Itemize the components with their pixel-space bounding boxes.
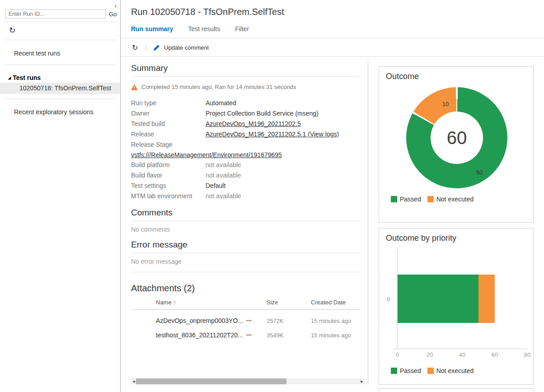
divider [121, 56, 544, 57]
outcome-donut-chart: 60 10 50 [406, 87, 507, 188]
divider [5, 40, 117, 40]
field-build-flavor: Build flavor not available [131, 170, 360, 181]
field-label: Run type [131, 98, 206, 108]
attachment-name[interactable]: AzDevOps_onpremp0003YO... [156, 317, 246, 324]
stacked-bar [398, 275, 527, 323]
legend-item-not-executed: Not executed [427, 196, 474, 203]
comments-heading: Comments [131, 208, 360, 221]
field-value: not available [206, 170, 241, 181]
x-tick: 80 [524, 351, 530, 358]
go-button[interactable]: Go [109, 11, 117, 18]
warning-icon [131, 84, 138, 90]
legend-label: Passed [400, 367, 421, 374]
tab-run-summary[interactable]: Run summary [131, 25, 173, 33]
tree-header-label: Test runs [13, 74, 41, 81]
main-area: Run 102050718 - TfsOnPrem.SelfTest Run s… [121, 0, 544, 392]
release-link[interactable]: AzureDevOps_M196_20211202.5.1 (View logs… [206, 129, 339, 140]
toolbar-separator: | [145, 44, 147, 51]
run-status: Completed 15 minutes ago, Ran for 14 min… [131, 84, 360, 90]
release-stage-link[interactable]: vstfs:///ReleaseManagement/Environment/1… [131, 151, 282, 159]
more-options-icon[interactable]: ••• [246, 333, 267, 337]
legend-label: Passed [400, 196, 421, 203]
field-mtm-lab-environment: MTM lab environment not available [131, 191, 360, 201]
x-tick: 20 [427, 351, 433, 358]
field-owner: Owner Project Collection Build Service (… [131, 108, 360, 119]
field-value: Automated [206, 98, 236, 108]
scrollbar-thumb[interactable] [136, 378, 286, 384]
field-build-platform: Build platform not available [131, 160, 360, 170]
outcome-card: Outcome 60 10 50 Passed Not executed [379, 66, 534, 223]
horizontal-scrollbar[interactable]: ◀ ▶ [131, 378, 365, 384]
field-label: Owner [131, 108, 206, 119]
not-executed-swatch-icon [427, 368, 434, 374]
tab-filter[interactable]: Filter [235, 25, 249, 33]
legend-item-passed: Passed [391, 196, 421, 203]
sidebar-collapse-icon[interactable]: ‹ [115, 2, 117, 9]
divider [5, 65, 117, 65]
edit-pencil-icon[interactable] [153, 44, 160, 51]
divider [131, 272, 360, 272]
attachment-name[interactable]: testhost_8036_20211202T20... [156, 331, 246, 339]
run-id-input[interactable] [5, 9, 106, 19]
run-id-row: Go [5, 9, 118, 19]
donut-hole: 60 [431, 112, 483, 164]
tab-test-results[interactable]: Test results [188, 25, 220, 33]
not-executed-swatch-icon [427, 196, 434, 202]
x-tick: 0 [395, 351, 399, 358]
tested-build-link[interactable]: AzureDevOps_M196_20211202.5 [206, 119, 301, 129]
field-label: Test settings [131, 181, 206, 191]
attachment-created: 15 minutes ago [311, 317, 360, 324]
passed-count-label: 50 [476, 169, 483, 176]
field-label: MTM lab environment [131, 191, 206, 201]
column-header-name[interactable]: Name↑ [156, 299, 246, 306]
field-release: Release AzureDevOps_M196_20211202.5.1 (V… [131, 129, 360, 140]
column-header-created[interactable]: Created Date [311, 299, 360, 306]
no-comments-text: No comments [131, 226, 360, 233]
attachment-size: 3549K [267, 332, 311, 339]
outcome-by-priority-card: Outcome by priority 0 0 20 40 60 80 Pass… [379, 228, 534, 385]
legend-item-not-executed: Not executed [427, 367, 474, 374]
update-comment-button[interactable]: Update comment [164, 44, 209, 51]
legend-label: Not executed [436, 196, 474, 203]
sort-ascending-icon: ↑ [174, 299, 176, 306]
priority-card-title: Outcome by priority [379, 229, 533, 243]
passed-swatch-icon [391, 196, 397, 202]
legend-label: Not executed [436, 367, 474, 374]
not-executed-count-label: 10 [442, 101, 449, 107]
sidebar-test-runs-tree-header[interactable]: ◢Test runs [8, 74, 41, 81]
field-label: Build flavor [131, 170, 206, 181]
sidebar-item-recent-test-runs[interactable]: Recent test runs [14, 50, 60, 57]
field-value: Default [206, 181, 225, 191]
scroll-right-icon[interactable]: ▶ [359, 380, 365, 383]
error-message-heading: Error message [131, 240, 360, 253]
attachment-size: 2572K [267, 317, 311, 324]
next-card-partial [379, 388, 534, 392]
bar-not-executed [478, 275, 495, 323]
sidebar: ‹ Go ↻ Recent test runs ◢Test runs 10205… [0, 0, 121, 392]
field-label: Release Stage [131, 140, 206, 150]
tree-expander-icon[interactable]: ◢ [8, 76, 11, 80]
x-tick: 40 [459, 351, 465, 358]
sidebar-item-selected-run[interactable]: 102050718: TfsOnPrem.SelfTest [0, 83, 120, 94]
priority-category-label: 0 [387, 296, 390, 303]
toolbar: ↻ | Update comment [121, 38, 544, 56]
summary-heading: Summary [131, 63, 360, 77]
refresh-icon[interactable]: ↻ [132, 43, 138, 52]
sidebar-refresh-icon[interactable]: ↻ [9, 26, 15, 35]
x-axis-ticks: 0 20 40 60 80 [397, 349, 527, 357]
field-label: Tested build [131, 119, 206, 129]
field-label: Release [131, 129, 206, 140]
field-label: Build platform [131, 160, 206, 170]
attachments-heading: Attachments (2) [131, 283, 360, 294]
attachment-row[interactable]: testhost_8036_20211202T20... ••• 3549K 1… [131, 324, 360, 339]
divider [5, 22, 117, 22]
outcome-legend: Passed Not executed [391, 196, 533, 203]
more-options-icon[interactable]: ••• [246, 318, 267, 323]
column-name-label: Name [156, 299, 172, 306]
priority-legend: Passed Not executed [391, 367, 533, 374]
run-summary-content: Summary Completed 15 minutes ago, Ran fo… [131, 59, 368, 384]
divider [5, 98, 117, 99]
column-header-size[interactable]: Size [267, 299, 311, 306]
sidebar-item-recent-exploratory-sessions[interactable]: Recent exploratory sessions [14, 108, 94, 116]
attachment-row[interactable]: AzDevOps_onpremp0003YO... ••• 2572K 15 m… [131, 310, 360, 324]
